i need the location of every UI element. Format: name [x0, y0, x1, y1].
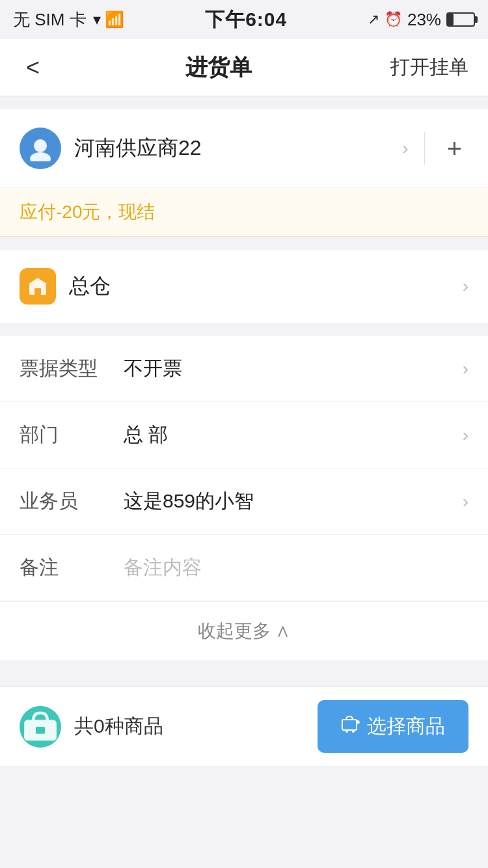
svg-rect-4 — [34, 288, 41, 295]
product-icon-wrap — [20, 706, 61, 748]
warehouse-icon — [27, 275, 49, 297]
supplier-avatar — [20, 128, 61, 169]
form-section: 票据类型 不开票 › 部门 总 部 › 业务员 这是859的小智 › 备注 备注… — [0, 336, 488, 660]
battery-icon — [446, 12, 475, 27]
warehouse-icon-wrap — [20, 268, 56, 305]
remark-row[interactable]: 备注 备注内容 — [0, 535, 488, 601]
product-icon — [20, 706, 61, 748]
select-product-button[interactable]: 选择商品 — [318, 700, 468, 753]
remark-input[interactable]: 备注内容 — [111, 554, 468, 581]
group-gap-1 — [0, 237, 488, 250]
department-chevron-icon: › — [463, 425, 468, 446]
battery-percent: 23% — [407, 10, 441, 30]
salesperson-chevron-icon: › — [463, 491, 468, 512]
svg-marker-3 — [28, 278, 47, 284]
carrier-label: 无 SIM 卡 — [13, 8, 87, 31]
department-value: 总 部 — [111, 422, 463, 448]
supplier-name: 河南供应商22 — [74, 134, 402, 163]
supplier-chevron-icon: › — [402, 138, 408, 159]
status-bar: 无 SIM 卡 ▾ 📶 下午6:04 ↗ ⏰ 23% — [0, 0, 488, 39]
supplier-divider — [424, 132, 425, 165]
back-button[interactable]: < — [20, 47, 46, 88]
svg-point-8 — [346, 730, 348, 733]
invoice-label: 票据类型 — [20, 355, 111, 382]
svg-point-1 — [30, 152, 51, 161]
nav-bar: < 进货单 打开挂单 — [0, 39, 488, 96]
notice-banner: 应付-20元，现结 — [0, 188, 488, 237]
status-left: 无 SIM 卡 ▾ 📶 — [13, 8, 124, 31]
svg-point-9 — [352, 730, 355, 733]
group-gap-2 — [0, 323, 488, 336]
department-row[interactable]: 部门 总 部 › — [0, 402, 488, 468]
warehouse-card: 总仓 › — [0, 250, 488, 323]
status-time: 下午6:04 — [205, 7, 287, 33]
collapse-button[interactable]: 收起更多 ∧ — [0, 601, 488, 660]
select-product-icon — [341, 714, 360, 739]
department-label: 部门 — [20, 422, 111, 448]
select-product-label: 选择商品 — [367, 713, 445, 740]
salesperson-row[interactable]: 业务员 这是859的小智 › — [0, 468, 488, 535]
remark-label: 备注 — [20, 554, 111, 581]
warehouse-chevron-icon: › — [463, 276, 468, 297]
status-right: ↗ ⏰ 23% — [368, 10, 475, 30]
warehouse-row[interactable]: 总仓 › — [0, 250, 488, 323]
invoice-value: 不开票 — [111, 355, 463, 382]
invoice-row[interactable]: 票据类型 不开票 › — [0, 336, 488, 402]
wifi-icon: ▾ 📶 — [93, 10, 125, 29]
invoice-chevron-icon: › — [463, 359, 468, 379]
salesperson-value: 这是859的小智 — [111, 488, 463, 515]
svg-rect-7 — [342, 720, 357, 730]
section-gap-top — [0, 96, 488, 109]
supplier-avatar-icon — [27, 135, 53, 161]
bottom-bar: 共0种商品 选择商品 — [0, 686, 488, 766]
page-title: 进货单 — [185, 53, 252, 83]
supplier-row[interactable]: 河南供应商22 › + — [0, 109, 488, 188]
location-icon: ↗ — [368, 11, 379, 28]
alarm-icon: ⏰ — [385, 11, 402, 28]
salesperson-label: 业务员 — [20, 488, 111, 515]
product-count-label: 共0种商品 — [74, 713, 318, 740]
open-pending-button[interactable]: 打开挂单 — [390, 54, 468, 81]
warehouse-name: 总仓 — [69, 272, 463, 301]
svg-point-0 — [34, 139, 47, 152]
group-gap-3 — [0, 660, 488, 673]
add-supplier-button[interactable]: + — [441, 134, 468, 163]
cart-icon — [341, 714, 360, 734]
supplier-card: 河南供应商22 › + 应付-20元，现结 — [0, 109, 488, 237]
svg-rect-6 — [36, 727, 45, 734]
